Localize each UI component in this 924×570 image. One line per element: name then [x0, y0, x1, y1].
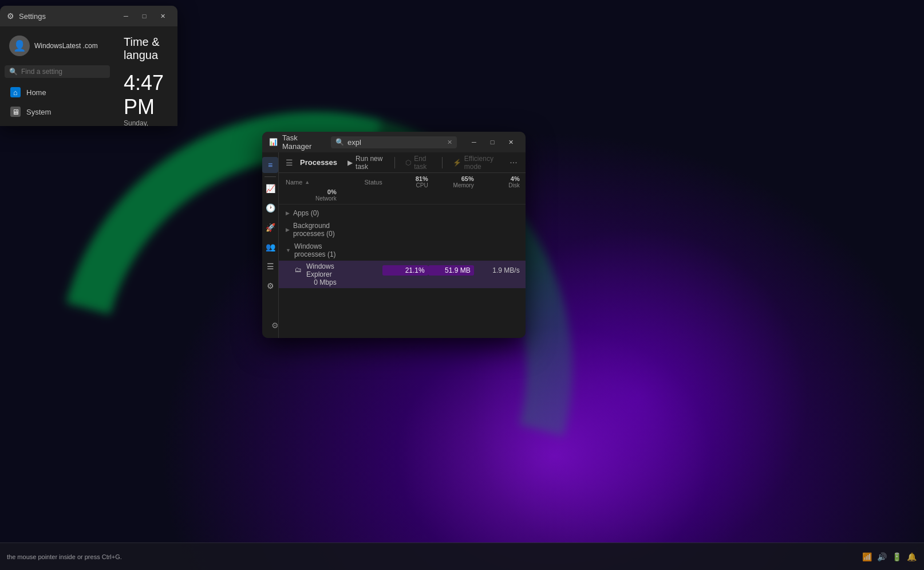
process-row-windows-explorer[interactable]: 🗂 Windows Explorer 21.1% 51.9 MB 1.9 MB/…	[279, 261, 526, 288]
col-header-memory[interactable]: 65% Memory	[428, 175, 474, 188]
explorer-cpu: 21.1%	[382, 265, 428, 276]
tm-maximize-button[interactable]: □	[484, 134, 500, 150]
settings-gear-icon: ⚙	[7, 11, 14, 21]
settings-win-controls: ─ □ ✕	[118, 8, 171, 24]
tm-sidebar-processes[interactable]: ≡	[262, 157, 278, 173]
taskbar-left: the mouse pointer inside or press Ctrl+G…	[7, 553, 861, 560]
group-background-label: ▶ Background processes (0)	[286, 222, 337, 238]
sidebar-item-system[interactable]: 🖥 System	[5, 102, 110, 121]
process-name-explorer: 🗂 Windows Explorer	[295, 262, 337, 278]
system-icon: 🖥	[10, 107, 21, 117]
apps-expand-icon: ▶	[286, 210, 290, 216]
tm-close-button[interactable]: ✕	[503, 134, 519, 150]
windows-processes-expand-icon: ▼	[286, 247, 291, 253]
group-windows-processes-label: ▼ Windows processes (1)	[286, 242, 337, 258]
tm-column-headers: Name ▲ Status 81% CPU 65% Memory 4% Disk	[279, 173, 526, 205]
settings-window: ⚙ Settings ─ □ ✕ 👤 WindowsLatest .com 🔍 …	[0, 6, 177, 126]
sidebar-item-system-label: System	[26, 108, 51, 116]
group-apps-label: ▶ Apps (0)	[286, 209, 337, 217]
end-task-label: End task	[414, 155, 432, 171]
settings-minimize-button[interactable]: ─	[118, 8, 134, 24]
settings-body: 👤 WindowsLatest .com 🔍 ⌂ Home 🖥 System ⚡…	[0, 26, 177, 126]
tm-process-list: ▶ Apps (0) ▶ Background processes (0) ▼	[279, 205, 526, 338]
settings-close-button[interactable]: ✕	[155, 8, 171, 24]
explorer-network: 0 Mbps	[295, 278, 337, 286]
tm-sidebar-divider	[264, 176, 276, 177]
col-header-disk[interactable]: 4% Disk	[474, 175, 520, 188]
tm-more-button[interactable]: ···	[507, 156, 519, 169]
col-header-cpu[interactable]: 81% CPU	[382, 175, 428, 188]
tm-sidebar-services[interactable]: ⚙	[262, 278, 278, 294]
task-manager-window: 📊 Task Manager 🔍 ✕ ─ □ ✕ ≡ 📈 🕐 🚀 👥 ☰ ⚙	[262, 132, 526, 338]
tm-sidebar-details[interactable]: ☰	[262, 258, 278, 274]
efficiency-mode-label: Efficiency mode	[464, 155, 497, 171]
sort-icon: ▲	[305, 179, 310, 185]
sidebar-item-home-label: Home	[26, 88, 46, 97]
avatar: 👤	[9, 36, 30, 56]
col-header-network[interactable]: 0% Network	[286, 188, 337, 202]
group-apps[interactable]: ▶ Apps (0)	[279, 207, 526, 219]
user-profile: 👤 WindowsLatest .com	[5, 31, 110, 61]
battery-icon[interactable]: 🔋	[891, 551, 902, 563]
settings-window-title: Settings	[19, 12, 46, 21]
tm-title-left: 📊 Task Manager	[269, 133, 322, 151]
tm-sidebar-performance[interactable]: 📈	[262, 180, 278, 196]
tm-search-clear-button[interactable]: ✕	[447, 139, 452, 146]
col-status-label: Status	[365, 179, 382, 186]
tm-app-icon: 📊	[269, 137, 278, 147]
search-icon: 🔍	[9, 68, 18, 76]
tm-sidebar: ≡ 📈 🕐 🚀 👥 ☰ ⚙	[262, 152, 279, 338]
taskbar: the mouse pointer inside or press Ctrl+G…	[0, 543, 924, 570]
settings-content-title: Time & langua	[124, 36, 168, 62]
settings-maximize-button[interactable]: □	[136, 8, 152, 24]
tm-run-new-task-button[interactable]: ▶ Run new task	[344, 153, 388, 172]
background-expand-icon: ▶	[286, 227, 290, 233]
taskbar-status-text: the mouse pointer inside or press Ctrl+G…	[7, 553, 122, 560]
tm-sidebar-startup[interactable]: 🚀	[262, 219, 278, 235]
col-name-label: Name	[286, 179, 302, 186]
group-windows-processes[interactable]: ▼ Windows processes (1)	[279, 240, 526, 261]
tm-toolbar: ☰ Processes ▶ Run new task ⬡ End task ⚡ …	[279, 152, 526, 173]
end-task-icon: ⬡	[405, 159, 411, 167]
volume-icon[interactable]: 🔊	[876, 551, 887, 563]
network-icon[interactable]: 📶	[861, 551, 872, 563]
tm-efficiency-mode-button[interactable]: ⚡ Efficiency mode	[449, 153, 501, 172]
sidebar-item-home[interactable]: ⌂ Home	[5, 82, 110, 102]
tm-search-input[interactable]	[348, 138, 444, 147]
efficiency-mode-icon: ⚡	[453, 159, 461, 167]
run-task-label: Run new task	[356, 155, 384, 171]
explorer-icon: 🗂	[295, 266, 302, 275]
tm-end-task-button[interactable]: ⬡ End task	[402, 153, 435, 172]
tm-settings-icon[interactable]: ⚙	[267, 317, 283, 333]
tm-title: Task Manager	[282, 133, 322, 151]
settings-sidebar: 👤 WindowsLatest .com 🔍 ⌂ Home 🖥 System ⚡…	[0, 26, 114, 126]
taskbar-right: 📶 🔊 🔋 🔔	[861, 551, 917, 563]
tm-body: ≡ 📈 🕐 🚀 👥 ☰ ⚙ ☰ Processes ▶ Run new task	[262, 152, 526, 338]
tm-sidebar-users[interactable]: 👥	[262, 239, 278, 255]
date-display: Sunday, February 18, 2024	[124, 119, 168, 126]
notification-icon[interactable]: 🔔	[906, 551, 917, 563]
tm-main-content: ☰ Processes ▶ Run new task ⬡ End task ⚡ …	[279, 152, 526, 338]
explorer-memory: 51.9 MB	[428, 265, 474, 276]
tm-menu-icon[interactable]: ☰	[286, 158, 293, 167]
col-header-name[interactable]: Name ▲	[286, 179, 337, 186]
settings-search-input[interactable]	[21, 68, 107, 76]
group-background[interactable]: ▶ Background processes (0)	[279, 219, 526, 240]
tm-search-icon: 🔍	[335, 138, 344, 146]
username: WindowsLatest .com	[34, 42, 98, 50]
settings-search-box[interactable]: 🔍	[5, 65, 110, 78]
explorer-disk: 1.9 MB/s	[474, 266, 520, 274]
sidebar-item-bluetooth[interactable]: ⚡ Bluetooth & devices	[5, 121, 110, 126]
tm-minimize-button[interactable]: ─	[466, 134, 482, 150]
settings-title-left: ⚙ Settings	[7, 11, 46, 21]
col-header-status[interactable]: Status	[337, 179, 382, 186]
tm-separator-2	[442, 157, 443, 168]
tm-win-controls: ─ □ ✕	[466, 134, 519, 150]
time-display: 4:47 PM	[124, 71, 168, 119]
tm-titlebar: 📊 Task Manager 🔍 ✕ ─ □ ✕	[262, 132, 526, 152]
home-icon: ⌂	[10, 87, 21, 97]
tm-sidebar-history[interactable]: 🕐	[262, 200, 278, 216]
tm-search-box[interactable]: 🔍 ✕	[331, 136, 457, 148]
settings-content: Time & langua 4:47 PM Sunday, February 1…	[114, 26, 177, 126]
tm-separator-1	[394, 157, 395, 168]
